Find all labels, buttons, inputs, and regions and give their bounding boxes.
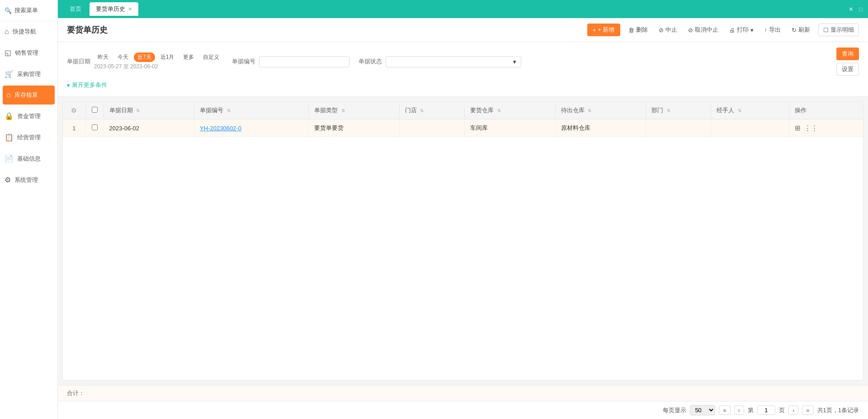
sidebar-item-sales[interactable]: ◱ 销售管理 <box>0 42 57 63</box>
export-icon: ↑ <box>764 27 768 33</box>
th-doc-no: 单据编号 ⇅ <box>194 102 309 119</box>
td-req-warehouse: 车间库 <box>464 119 555 137</box>
prev-page-button[interactable]: ‹ <box>734 405 744 415</box>
delete-label: 删除 <box>636 26 648 34</box>
operations-icon: 📋 <box>5 133 14 142</box>
th-pending-warehouse: 待出仓库 ⇅ <box>555 102 646 119</box>
print-button[interactable]: 🖨 打印 ▾ <box>726 24 756 36</box>
th-date: 单据日期 ⇅ <box>104 102 194 119</box>
sidebar-item-base[interactable]: 📄 基础信息 <box>0 148 57 169</box>
row-pending-warehouse: 原材料仓库 <box>561 124 590 131</box>
last-page-button[interactable]: » <box>802 405 813 415</box>
td-date: 2023-06-02 <box>104 119 194 137</box>
status-select[interactable]: ▾ <box>386 56 521 67</box>
date-btn-1month[interactable]: 近1月 <box>157 52 178 62</box>
row-checkbox[interactable] <box>92 124 98 130</box>
display-detail-label: 显示明细 <box>830 26 854 34</box>
view-action-icon[interactable]: ⊞ <box>795 124 801 132</box>
search-icon: 🔍 <box>5 7 12 14</box>
query-button[interactable]: 查询 <box>836 48 859 60</box>
settings-button[interactable]: 设置 <box>836 63 859 76</box>
tab-home[interactable]: 首页 <box>63 2 88 16</box>
page-number-input[interactable] <box>757 405 775 415</box>
delete-icon: 🗑 <box>628 27 634 33</box>
settings-label: 设置 <box>842 65 854 73</box>
filter-expand-row: ▾ 展开更多条件 <box>67 79 859 89</box>
expand-button[interactable]: ▾ 展开更多条件 <box>67 81 107 89</box>
next-page-button[interactable]: › <box>788 405 798 415</box>
finance-icon: 🔒 <box>5 112 14 120</box>
page-size-label: 每页显示 <box>663 406 686 414</box>
sidebar-item-label: 销售管理 <box>15 49 38 57</box>
th-doc-type: 单据类型 ⇅ <box>309 102 400 119</box>
delete-button[interactable]: 🗑 删除 <box>626 24 651 36</box>
th-date-label: 单据日期 <box>109 107 133 114</box>
th-settings: ⚙ <box>63 102 85 119</box>
sidebar-item-operations[interactable]: 📋 经营管理 <box>0 127 57 148</box>
date-btn-group: 昨天 今天 近7天 近1月 更多 自定义 <box>94 52 223 62</box>
first-page-button[interactable]: « <box>719 405 730 415</box>
sidebar-item-label: 快捷导航 <box>13 28 36 36</box>
sidebar-item-purchase[interactable]: 🛒 采购管理 <box>0 63 57 85</box>
table-row: 1 2023-06-02 YH-20230602-0 要货单要货 <box>63 119 863 137</box>
sort-store-icon[interactable]: ⇅ <box>420 108 424 113</box>
th-action-label: 操作 <box>795 107 807 114</box>
td-num: 1 <box>63 119 85 137</box>
th-checkbox <box>85 102 104 119</box>
sort-doctype-icon[interactable]: ⇅ <box>341 108 345 113</box>
date-btn-today[interactable]: 今天 <box>114 52 132 62</box>
total-label: 合计： <box>67 390 85 396</box>
filter-status: 单据状态 ▾ <box>359 56 521 67</box>
system-icon: ⚙ <box>5 176 11 184</box>
sort-reqwh-icon[interactable]: ⇅ <box>497 108 501 113</box>
sidebar-item-inventory[interactable]: ⌂ 库存核算 <box>3 86 55 105</box>
select-all-checkbox[interactable] <box>92 107 98 113</box>
th-pendwh-label: 待出仓库 <box>561 107 585 114</box>
tab-requisition-history[interactable]: 要货单历史 ✕ <box>90 2 138 16</box>
sidebar-search[interactable]: 🔍 搜索菜单 <box>0 0 57 21</box>
sort-date-icon[interactable]: ⇅ <box>136 108 140 113</box>
topbar-close-icon[interactable]: ✕ <box>849 6 854 13</box>
docno-input[interactable] <box>259 56 349 67</box>
sort-docno-icon[interactable]: ⇅ <box>227 108 231 113</box>
export-button[interactable]: ↑ 导出 <box>762 24 784 36</box>
sort-dept-icon[interactable]: ⇅ <box>667 108 670 113</box>
page-label-prefix: 第 <box>748 406 754 414</box>
expand-icon: ▾ <box>67 82 70 89</box>
new-button[interactable]: + + 新增 <box>587 24 620 36</box>
cancel-stop-label: 取消中止 <box>695 26 718 34</box>
sidebar-item-label: 资金管理 <box>17 112 41 120</box>
sidebar-item-quick-nav[interactable]: ⌂ 快捷导航 <box>0 21 57 42</box>
display-checkbox-icon: ☐ <box>823 27 829 33</box>
refresh-button[interactable]: ↻ 刷新 <box>789 24 813 36</box>
sidebar-item-finance[interactable]: 🔒 资金管理 <box>0 105 57 127</box>
date-btn-7days[interactable]: 近7天 <box>134 52 155 62</box>
page-size-select[interactable]: 20 50 100 <box>690 405 715 415</box>
sidebar-search-label: 搜索菜单 <box>14 6 38 14</box>
sidebar-item-system[interactable]: ⚙ 系统管理 <box>0 169 57 190</box>
page-title: 要货单历史 <box>67 24 108 35</box>
table-footer: 合计： <box>58 385 868 401</box>
main-container: 首页 要货单历史 ✕ ✕ □ 要货单历史 + + 新增 🗑 删除 ⊘ 中止 <box>58 0 868 419</box>
query-label: 查询 <box>842 50 854 58</box>
base-icon: 📄 <box>5 154 14 163</box>
stop-button[interactable]: ⊘ 中止 <box>656 24 680 36</box>
date-btn-custom[interactable]: 自定义 <box>199 52 223 62</box>
topbar-maximize-icon[interactable]: □ <box>859 6 863 13</box>
row-doc-no-link[interactable]: YH-20230602-0 <box>200 125 241 132</box>
td-action: ⊞ ⋮⋮ <box>789 119 863 137</box>
tab-close-icon[interactable]: ✕ <box>128 6 132 12</box>
purchase-icon: 🛒 <box>5 70 14 78</box>
more-action-icon[interactable]: ⋮⋮ <box>804 124 818 132</box>
column-settings-icon[interactable]: ⚙ <box>71 107 77 114</box>
date-btn-more[interactable]: 更多 <box>179 52 198 62</box>
th-doctype-label: 单据类型 <box>314 107 338 114</box>
display-detail-button[interactable]: ☐ 显示明细 <box>818 24 859 36</box>
cancel-stop-button[interactable]: ⊘ 取消中止 <box>685 24 721 36</box>
date-range-display: 2023-05-27 至 2023-06-02 <box>94 63 223 71</box>
status-filter-label: 单据状态 <box>359 57 382 66</box>
sort-pendwh-icon[interactable]: ⇅ <box>588 108 591 113</box>
date-btn-yesterday[interactable]: 昨天 <box>94 52 112 62</box>
page-label-suffix: 页 <box>779 406 785 414</box>
sort-handler-icon[interactable]: ⇅ <box>738 108 741 113</box>
